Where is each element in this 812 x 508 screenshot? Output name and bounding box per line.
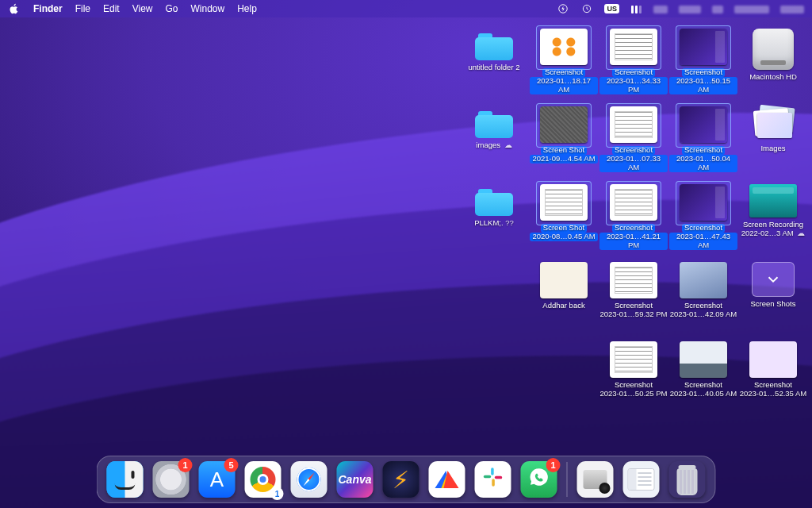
- screenshot-5932[interactable]: Screenshot2023-01…59.32 PM: [599, 262, 668, 319]
- image-thumbnail-icon: [540, 29, 588, 65]
- screen-recording[interactable]: Screen Recording2022-02…3 AM ☁︎: [739, 184, 807, 238]
- app-store-app[interactable]: A5: [199, 461, 236, 498]
- icon-label: Images: [760, 144, 785, 153]
- status-item[interactable]: [734, 3, 769, 14]
- time-machine-icon[interactable]: [580, 3, 593, 14]
- flash-app[interactable]: ⚡︎: [383, 461, 419, 498]
- screenshot-4743[interactable]: Screenshot2023-01…47.43 AM: [669, 184, 737, 250]
- icon-label: images ☁︎: [476, 141, 511, 150]
- screenshot-4121[interactable]: Screenshot2023-01…41.21 PM: [599, 184, 668, 250]
- screenshot-5004[interactable]: Screenshot2023-01…50.04 AM: [669, 106, 737, 172]
- svg-rect-5: [495, 476, 502, 479]
- screenshot-1817[interactable]: Screenshot2023-01…18.17 AM: [530, 29, 598, 94]
- input-source-badge[interactable]: US: [604, 4, 619, 13]
- slack-icon: [482, 466, 504, 493]
- desktop-area[interactable]: untitled folder 2images ☁︎PLLKM;. ??Scre…: [0, 0, 812, 508]
- image-thumbnail-icon: [610, 262, 657, 298]
- cloud-icon: ☁︎: [795, 229, 806, 237]
- screen-shot-045[interactable]: Screen Shot2020-08…0.45 AM: [530, 184, 598, 241]
- canva-app[interactable]: Canva: [337, 461, 373, 498]
- preview-app[interactable]: [577, 461, 614, 498]
- status-item[interactable]: [679, 3, 701, 14]
- screenshot-5235[interactable]: Screenshot2023-01…52.35 AM: [739, 341, 807, 398]
- menubar-app-name[interactable]: Finder: [33, 3, 63, 14]
- finder-icon: [107, 461, 144, 498]
- image-thumbnail-icon: [680, 184, 727, 221]
- safari-icon: [297, 468, 321, 491]
- icon-label: Screenshot2023-01…52.35 AM: [740, 381, 807, 398]
- image-thumbnail-icon: [680, 29, 727, 65]
- image-thumbnail-icon: [610, 184, 657, 221]
- stack-expand-icon: [752, 262, 795, 297]
- folder-icon: [472, 184, 516, 219]
- finder-window-icon: [628, 468, 655, 491]
- svg-rect-2: [491, 468, 494, 475]
- slack-app[interactable]: [475, 461, 511, 498]
- dock-separator: [567, 462, 568, 497]
- screenshot-4209[interactable]: Screenshot2023-01…42.09 AM: [669, 262, 737, 319]
- screenshot-4005[interactable]: Screenshot2023-01…40.05 AM: [669, 341, 737, 398]
- menu-go[interactable]: Go: [166, 3, 178, 14]
- safari-app[interactable]: [291, 461, 327, 498]
- canva-icon: Canva: [338, 473, 371, 486]
- icon-label: Screenshot2023-01…50.04 AM: [669, 146, 737, 172]
- screenshot-3433[interactable]: Screenshot2023-01…34.33 PM: [599, 29, 668, 94]
- icon-label: Screen Recording2022-02…3 AM ☁︎: [741, 221, 806, 238]
- menu-file[interactable]: File: [75, 3, 90, 14]
- status-item[interactable]: [712, 3, 723, 14]
- screen-shot-454[interactable]: Screen Shot2021-09…4.54 AM: [530, 106, 598, 164]
- untitled-folder-2[interactable]: untitled folder 2: [460, 29, 528, 72]
- apple-menu-icon[interactable]: [8, 3, 21, 14]
- whatsapp-icon: [529, 467, 550, 493]
- system-settings-app[interactable]: 1: [153, 461, 190, 498]
- cloud-icon: ☁︎: [502, 140, 512, 149]
- trash-icon: [674, 464, 701, 495]
- image-thumbnail-icon: [680, 262, 727, 298]
- status-item[interactable]: [653, 3, 668, 14]
- menu-edit[interactable]: Edit: [103, 3, 120, 14]
- image-thumbnail-icon: [540, 262, 588, 298]
- image-thumbnail-icon: [680, 341, 727, 378]
- app-store-icon: A: [210, 468, 224, 492]
- chrome-icon: [251, 467, 276, 492]
- chrome-app[interactable]: 1: [245, 461, 282, 498]
- status-item[interactable]: [630, 3, 642, 14]
- quick-action-icon[interactable]: [557, 3, 569, 14]
- icon-label: Screenshot2023-01…59.32 PM: [599, 302, 667, 319]
- images-stack[interactable]: Images: [739, 106, 807, 153]
- icon-label: Macintosh HD: [749, 73, 797, 82]
- svg-rect-4: [492, 479, 495, 486]
- screen-shots-expand[interactable]: Screen Shots: [739, 262, 807, 309]
- menu-view[interactable]: View: [132, 3, 153, 14]
- trash[interactable]: [669, 461, 706, 498]
- image-thumbnail-icon: [610, 341, 657, 378]
- finder-window[interactable]: [623, 461, 660, 498]
- icon-label: Screenshot2023-01…34.33 PM: [599, 68, 668, 94]
- status-item[interactable]: [780, 3, 804, 14]
- icon-label: Screen Shot2021-09…4.54 AM: [530, 146, 597, 164]
- pllkm-folder[interactable]: PLLKM;. ??: [460, 184, 528, 228]
- spark-mail-app[interactable]: [429, 461, 465, 498]
- lightning-icon: ⚡︎: [393, 466, 409, 494]
- menu-help[interactable]: Help: [237, 3, 257, 14]
- whatsapp-app[interactable]: 1: [521, 461, 557, 498]
- icon-label: Screenshot2023-01…42.09 AM: [670, 302, 737, 319]
- screenshot-5025[interactable]: Screenshot2023-01…50.25 PM: [599, 341, 668, 398]
- screenshot-0733[interactable]: Screenshot2023-01…07.33 AM: [599, 106, 668, 172]
- macintosh-hd[interactable]: Macintosh HD: [739, 29, 807, 82]
- image-thumbnail-icon: [540, 106, 588, 143]
- icon-label: Screenshot2023-01…07.33 AM: [599, 146, 668, 172]
- image-thumbnail-icon: [610, 106, 657, 143]
- images-folder[interactable]: images ☁︎: [460, 106, 528, 150]
- notification-badge: 1: [546, 458, 561, 472]
- addhar-back[interactable]: Addhar back: [530, 262, 598, 310]
- finder-app[interactable]: [107, 461, 144, 498]
- icon-label: Screen Shots: [750, 300, 795, 309]
- menu-window[interactable]: Window: [191, 3, 225, 14]
- hard-drive-icon: [753, 29, 794, 70]
- video-thumbnail-icon: [749, 184, 797, 217]
- icon-label: Screenshot2023-01…41.21 PM: [599, 224, 668, 250]
- image-stack-icon: [751, 106, 795, 141]
- screenshot-5015[interactable]: Screenshot2023-01…50.15 AM: [669, 29, 737, 94]
- icon-label: Screen Shot2020-08…0.45 AM: [530, 224, 597, 241]
